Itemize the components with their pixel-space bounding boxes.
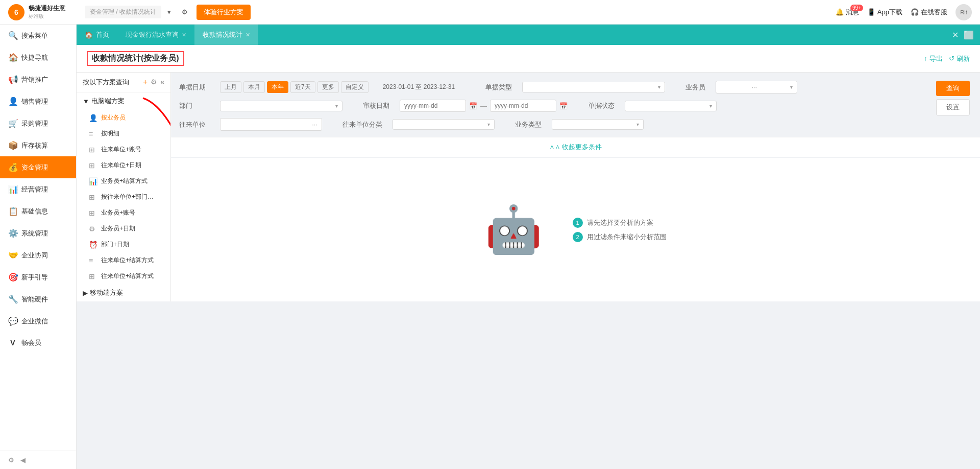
collapse-more-btn[interactable]: ∧∧ 收起更多条件: [171, 137, 980, 157]
counterpart-select[interactable]: ···: [220, 118, 322, 131]
scheme-item-salesperson[interactable]: 👤 按业务员: [77, 110, 170, 126]
member-icon: V: [8, 339, 17, 347]
notification-area[interactable]: 🔔 消息 99+: [836, 8, 859, 17]
scheme-group-desktop-header[interactable]: ▼ 电脑端方案: [77, 92, 170, 110]
scheme-item-unit-dept-collect[interactable]: ⊞ 按往来单位+部门+收...: [77, 189, 170, 205]
scheme-setting-btn[interactable]: ⚙: [151, 78, 157, 87]
scheme-item-dept-date-label: 部门+日期: [101, 240, 129, 249]
filter-area: 单据日期 上月 本月 本年 近7天 更多 自定义 2023-01-01 至 20…: [171, 73, 928, 137]
sidebar-settings-icon[interactable]: ⚙: [8, 456, 14, 464]
counterpart-category-label: 往来单位分类: [342, 120, 382, 129]
calendar-icon-1[interactable]: 📅: [469, 102, 477, 110]
scheme-item-unit-date[interactable]: ⊞ 往来单位+日期: [77, 157, 170, 173]
date-shortcut-7days[interactable]: 近7天: [290, 81, 315, 93]
sidebar-item-operations[interactable]: 📊 经营管理: [0, 178, 76, 200]
scheme-item-salesperson-date[interactable]: ⚙ 业务员+日期: [77, 221, 170, 237]
ellipsis-btn[interactable]: ···: [751, 83, 757, 91]
scheme-item-unit-account[interactable]: ⊞ 往来单位+账号: [77, 142, 170, 157]
sidebar-item-label: 畅会员: [21, 338, 41, 347]
setting-button[interactable]: 设置: [936, 99, 970, 115]
biz-type-label: 业务类型: [515, 120, 542, 129]
export-button[interactable]: ↑ 导出: [924, 54, 943, 63]
tab-close-all-btn[interactable]: ✕: [952, 30, 959, 40]
sidebar-item-inventory[interactable]: 📦 库存核算: [0, 134, 76, 156]
finance-icon: 💰: [8, 162, 17, 172]
scheme-item-unit-payment-2[interactable]: ⊞ 往来单位+结算方式: [77, 268, 170, 284]
date-shortcut-custom[interactable]: 自定义: [341, 81, 369, 93]
scheme-collapse-btn[interactable]: «: [160, 78, 164, 87]
sidebar-item-quick-nav[interactable]: 🏠 快捷导航: [0, 46, 76, 68]
logo-area: 6 畅捷通好生意 标准版: [8, 4, 85, 20]
app-download-btn[interactable]: 📱 App下载: [867, 8, 902, 17]
date-shortcut-more[interactable]: 更多: [317, 81, 339, 93]
salesperson-select[interactable]: ··· ▾: [716, 81, 797, 93]
scheme-item-unit-payment-1-label: 往来单位+结算方式: [101, 256, 154, 265]
filter-row-counterpart: 往来单位 ··· 往来单位分类 ▾ 业务类型: [179, 118, 928, 131]
sidebar-item-marketing[interactable]: 📢 营销推广: [0, 68, 76, 90]
dept-select[interactable]: ▾: [220, 101, 342, 111]
scheme-actions: + ⚙ «: [143, 78, 164, 87]
counterpart-category-select[interactable]: ▾: [393, 119, 495, 130]
gear-icon-2: ⚙: [89, 225, 97, 233]
empty-illustration: 🤖: [485, 203, 542, 256]
tab-expand-btn[interactable]: ⬜: [964, 30, 974, 40]
scheme-header-label: 按以下方案查询: [83, 78, 129, 87]
tab-bank-flow-close[interactable]: ✕: [182, 32, 186, 38]
header-dropdown-btn[interactable]: ▾: [165, 6, 173, 18]
tab-home[interactable]: 🏠 首页: [77, 25, 117, 45]
scheme-add-btn[interactable]: +: [143, 78, 148, 87]
sidebar-item-label: 库存核算: [21, 141, 48, 150]
salesperson-arrow-icon: ▾: [790, 84, 793, 90]
sidebar-item-label: 资金管理: [21, 163, 48, 172]
sidebar-item-cooperation[interactable]: 🤝 企业协同: [0, 244, 76, 266]
cooperation-icon: 🤝: [8, 250, 17, 260]
sidebar-item-member[interactable]: V 畅会员: [0, 332, 76, 354]
date-shortcut-last-month[interactable]: 上月: [220, 81, 241, 93]
sidebar-bottom: ⚙ ◀: [0, 451, 76, 469]
user-avatar[interactable]: Rit: [955, 4, 972, 20]
trial-button[interactable]: 体验行业方案: [197, 5, 251, 20]
scheme-item-unit-payment-1[interactable]: ≡ 往来单位+结算方式: [77, 252, 170, 268]
scheme-item-salesperson-payment[interactable]: 📊 业务员+结算方式: [77, 173, 170, 189]
date-shortcut-this-year[interactable]: 本年: [267, 81, 288, 93]
refresh-button[interactable]: ↺ 刷新: [949, 54, 970, 63]
scheme-item-detail[interactable]: ≡ 按明细: [77, 126, 170, 142]
content-wrapper: 按以下方案查询 + ⚙ « ▼ 电脑端方案: [77, 73, 980, 301]
sidebar-item-system[interactable]: ⚙️ 系统管理: [0, 222, 76, 244]
doc-type-select[interactable]: ▾: [522, 82, 665, 92]
tab-bank-flow[interactable]: 现金银行流水查询 ✕: [117, 25, 194, 45]
biz-type-select[interactable]: ▾: [552, 119, 644, 130]
sidebar-item-basic-info[interactable]: 📋 基础信息: [0, 200, 76, 222]
quick-nav-icon: 🏠: [8, 53, 17, 62]
empty-state-content: 🤖 1 请先选择要分析的方案 2 用过滤条件来缩小分析范围: [485, 203, 667, 256]
audit-date-start[interactable]: [400, 100, 466, 112]
sidebar-item-search-menu[interactable]: 🔍 搜索菜单: [0, 25, 76, 46]
scheme-item-salesperson-account[interactable]: ⊞ 业务员+账号: [77, 205, 170, 221]
sidebar-item-guide[interactable]: 🎯 新手引导: [0, 266, 76, 288]
sidebar-item-label: 营销推广: [21, 75, 48, 84]
date-shortcut-this-month[interactable]: 本月: [243, 81, 265, 93]
table-icon-2: ⊞: [89, 161, 97, 170]
sidebar-item-smart-hw[interactable]: 🔧 智能硬件: [0, 288, 76, 310]
notification-badge: 99+: [850, 5, 863, 11]
counterpart-dots-btn[interactable]: ···: [312, 121, 317, 128]
marketing-icon: 📢: [8, 75, 17, 84]
tab-collection-stat[interactable]: 收款情况统计 ✕: [194, 25, 258, 45]
scheme-group-mobile-header[interactable]: ▶ 移动端方案: [77, 284, 170, 301]
calendar-icon-2[interactable]: 📅: [559, 102, 568, 110]
sidebar-item-wechat[interactable]: 💬 企业微信: [0, 310, 76, 332]
sidebar-item-purchase[interactable]: 🛒 采购管理: [0, 112, 76, 134]
scheme-item-dept-date[interactable]: ⏰ 部门+日期: [77, 237, 170, 252]
audit-date-end[interactable]: [490, 100, 556, 112]
tab-collection-stat-close[interactable]: ✕: [246, 32, 250, 38]
doc-status-select[interactable]: ▾: [625, 101, 717, 111]
basic-info-icon: 📋: [8, 206, 17, 216]
header-gear-btn[interactable]: ⚙: [177, 5, 192, 20]
sidebar-item-finance[interactable]: 💰 资金管理: [0, 156, 76, 178]
query-button[interactable]: 查询: [936, 81, 970, 96]
online-service-btn[interactable]: 🎧 在线客服: [911, 8, 947, 17]
sidebar-item-sales[interactable]: 👤 销售管理: [0, 90, 76, 112]
doc-type-label: 单据类型: [485, 83, 512, 92]
sidebar-collapse-icon[interactable]: ◀: [20, 456, 26, 464]
home-icon: 🏠: [85, 31, 93, 39]
